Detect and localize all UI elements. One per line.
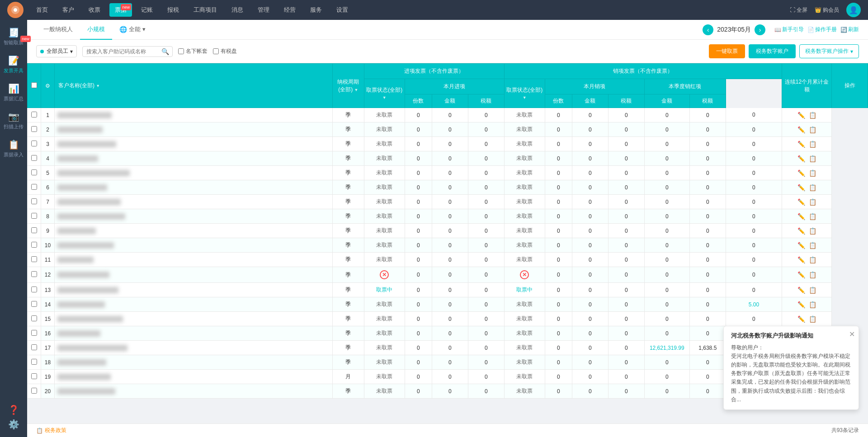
copy-icon[interactable]: 📋 [809,112,816,119]
copy-icon[interactable]: 📋 [809,227,816,235]
edit-icon[interactable]: ✏️ [797,184,805,191]
row-select-checkbox[interactable] [31,287,37,292]
copy-icon[interactable]: 📋 [809,287,816,294]
edit-icon[interactable]: ✏️ [797,155,805,162]
nav-home[interactable]: 首页 [31,3,53,17]
customer-filter-icon[interactable]: ▼ [96,84,100,88]
nav-invoice[interactable]: 收票 [83,3,106,17]
sidebar-scan-upload[interactable]: 📷 扫描上传 [1,108,26,134]
copy-icon[interactable]: 📋 [809,155,816,162]
my-statement-checkbox[interactable]: 名下帐套 [178,47,208,55]
sidebar-invoice-summary[interactable]: 📊 票据汇总 [1,80,26,106]
copy-icon[interactable]: 📋 [809,141,816,148]
nav-settings[interactable]: 设置 [331,3,354,17]
row-select-checkbox[interactable] [31,242,37,248]
help-icon[interactable]: ❓ [8,404,19,415]
nav-manage[interactable]: 管理 [252,3,275,17]
edit-icon[interactable]: ✏️ [797,301,805,308]
one-click-ticket-btn[interactable]: 一键取票 [709,44,745,58]
edit-icon[interactable]: ✏️ [797,242,805,249]
out-amount-cell: 0 [572,122,608,137]
edit-icon[interactable]: ✏️ [797,256,805,263]
copy-icon[interactable]: 📋 [809,213,816,220]
row-select-checkbox[interactable] [31,112,37,117]
row-select-checkbox[interactable] [31,359,37,365]
row-select-checkbox[interactable] [31,301,37,307]
red-amount-cell: 0 [644,267,689,283]
in-status-cell: 未取票 [364,180,405,195]
nav-business[interactable]: 工商项目 [188,3,222,17]
search-input[interactable] [82,46,173,57]
nav-operation[interactable]: 经营 [278,3,301,17]
copy-icon[interactable]: 📋 [809,198,816,206]
copy-icon[interactable]: 📋 [809,242,816,249]
select-all-checkbox[interactable] [31,82,37,88]
employee-filter[interactable]: 全部员工 ▾ [36,45,77,57]
tax-policy-link[interactable]: 📋 税务政策 [36,427,66,434]
row-select-checkbox[interactable] [31,198,37,204]
edit-icon[interactable]: ✏️ [797,112,805,119]
new-guide-btn[interactable]: 📖 新手引导 [774,26,804,33]
has-tax-checkbox[interactable]: 有税盘 [213,47,237,55]
nav-tax[interactable]: 报税 [162,3,184,17]
edit-icon[interactable]: ✏️ [797,271,805,278]
edit-icon[interactable]: ✏️ [797,126,805,133]
row-select-checkbox[interactable] [31,126,37,132]
row-checkbox [28,122,41,137]
ops-col-header: 操作 [832,64,868,108]
copy-icon[interactable]: 📋 [809,126,816,133]
row-select-checkbox[interactable] [31,141,37,146]
nav-message[interactable]: 消息 [226,3,249,17]
row-select-checkbox[interactable] [31,213,37,219]
status-error: ✕ [520,270,529,279]
row-select-checkbox[interactable] [31,169,37,175]
user-avatar[interactable]: 👤 [846,3,861,17]
next-month-btn[interactable]: › [755,24,765,35]
row-select-checkbox[interactable] [31,315,37,321]
tab-general[interactable]: 一般纳税人 [36,20,80,40]
copy-icon[interactable]: 📋 [809,315,816,323]
row-select-checkbox[interactable] [31,388,37,394]
tab-small[interactable]: 小规模 [80,20,112,40]
sidebar-invoice-open[interactable]: 📝 发票开具 [1,52,26,78]
copy-icon[interactable]: 📋 [809,271,816,278]
copy-icon[interactable]: 📋 [809,169,816,177]
row-select-checkbox[interactable] [31,256,37,262]
tab-all[interactable]: 🌐 全能 ▾ [112,20,153,40]
sidebar-invoice-entry[interactable]: 📋 票据录入 [1,136,26,162]
edit-icon[interactable]: ✏️ [797,227,805,235]
nav-tickets[interactable]: 票据 new [109,3,132,17]
edit-icon[interactable]: ✏️ [797,287,805,294]
tax-period-filter-icon[interactable]: ▼ [354,88,359,92]
row-select-checkbox[interactable] [31,227,37,233]
nav-accounting[interactable]: 记账 [136,3,158,17]
row-select-checkbox[interactable] [31,155,37,161]
row-select-checkbox[interactable] [31,344,37,350]
edit-icon[interactable]: ✏️ [797,213,805,220]
member-btn[interactable]: 👑 购会员 [815,6,839,14]
manual-btn[interactable]: 📄 操作手册 [807,26,837,33]
edit-icon[interactable]: ✏️ [797,315,805,323]
row-select-checkbox[interactable] [31,184,37,190]
in-status-cell: 未取票 [364,166,405,180]
nav-clients[interactable]: 客户 [57,3,80,17]
sidebar-smart-invoice[interactable]: 🧾 智能取票 new [1,23,26,50]
copy-icon[interactable]: 📋 [809,301,816,308]
prev-month-btn[interactable]: ‹ [703,24,713,35]
row-select-checkbox[interactable] [31,373,37,379]
notification-close-btn[interactable]: ✕ [849,330,855,338]
edit-icon[interactable]: ✏️ [797,141,805,148]
edit-icon[interactable]: ✏️ [797,169,805,177]
refresh-btn[interactable]: 🔄 刷新 [840,26,859,33]
tax-digital-btn[interactable]: 税务数字账户 [749,44,796,58]
settings-icon[interactable]: ⚙️ [8,419,19,430]
copy-icon[interactable]: 📋 [809,256,816,263]
row-select-checkbox[interactable] [31,271,37,277]
status-unget: 未取票 [376,242,392,248]
nav-service[interactable]: 服务 [305,3,327,17]
tax-digital-op-btn[interactable]: 税务数字账户操作 ▾ [799,44,859,58]
fullscreen-btn[interactable]: ⛶ 全屏 [790,6,807,14]
copy-icon[interactable]: 📋 [809,184,816,191]
edit-icon[interactable]: ✏️ [797,198,805,206]
row-select-checkbox[interactable] [31,330,37,336]
